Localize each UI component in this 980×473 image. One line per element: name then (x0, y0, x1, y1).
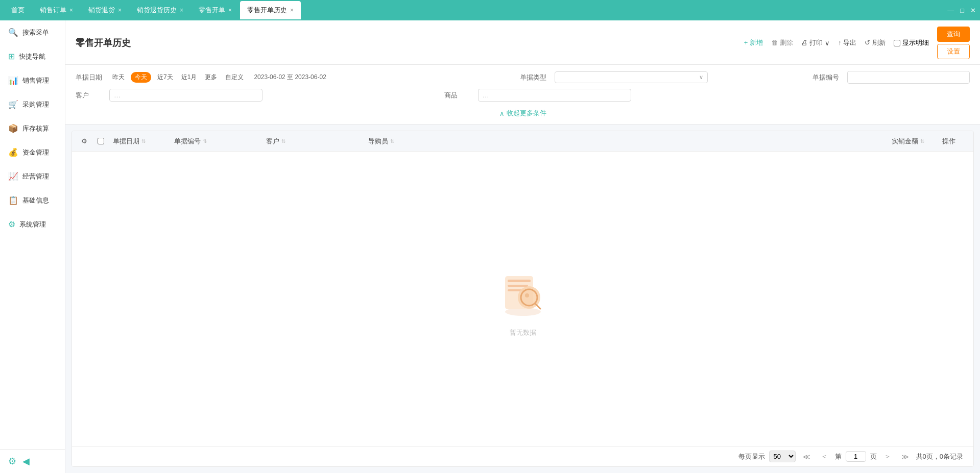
maximize-button[interactable]: □ (960, 7, 964, 14)
th-amount-label: 实销金额 (892, 137, 918, 146)
sidebar-item-system-label: 系统管理 (19, 220, 46, 229)
shortcut-7days[interactable]: 近7天 (155, 72, 175, 83)
empty-illustration (492, 261, 554, 322)
sidebar-item-basic[interactable]: 📋 基础信息 (0, 188, 65, 212)
basic-icon: 📋 (8, 195, 18, 205)
page-size-select[interactable]: 50 10 20 100 (769, 451, 796, 462)
refresh-button[interactable]: ↺ 刷新 (865, 38, 886, 47)
page-size-label: 每页显示 (738, 452, 765, 461)
sidebar-item-purchase[interactable]: 🛒 采购管理 (0, 92, 65, 116)
page-header: 零售开单历史 + 新增 🗑 删除 🖨 打印 ∨ ↑ 导出 ↺ 刷新 显示明细 (65, 20, 980, 65)
prev-page-button[interactable]: ＜ (818, 451, 831, 462)
svg-rect-2 (508, 280, 531, 282)
display-detail-toggle[interactable]: 显示明细 (894, 38, 929, 47)
top-bar: 首页 销售订单 × 销货退货 × 销货退货历史 × 零售开单 × 零售开单历史 … (0, 0, 980, 20)
date-range-display: 2023-06-02 至 2023-06-02 (254, 73, 326, 82)
shortcut-today[interactable]: 今天 (131, 72, 151, 83)
tab-sales-order-label: 销售订单 (40, 6, 66, 15)
tab-retail-open[interactable]: 零售开单 × (192, 1, 239, 19)
search-icon: 🔍 (8, 28, 18, 37)
page-title-row: 零售开单历史 + 新增 🗑 删除 🖨 打印 ∨ ↑ 导出 ↺ 刷新 显示明细 (76, 27, 970, 64)
setting-button[interactable]: 设置 (937, 44, 970, 59)
sidebar-item-operation[interactable]: 📈 经营管理 (0, 164, 65, 188)
tab-retail-open-close[interactable]: × (228, 7, 232, 14)
th-salesperson[interactable]: 导购员 ⇅ (364, 137, 425, 146)
window-controls: — □ ✕ (947, 7, 976, 14)
sidebar-item-quick-nav[interactable]: ⊞ 快捷导航 (0, 44, 65, 68)
sidebar-item-operation-label: 经营管理 (22, 172, 49, 181)
shortcut-more[interactable]: 更多 (203, 72, 219, 83)
query-setting-buttons: 查询 设置 (937, 27, 970, 59)
tab-sales-order-close[interactable]: × (69, 7, 73, 14)
print-label: 🖨 打印 (801, 38, 823, 47)
minimize-button[interactable]: — (947, 7, 954, 14)
first-page-button[interactable]: ≪ (800, 452, 814, 462)
next-page-button[interactable]: ＞ (881, 451, 894, 462)
doc-no-label: 单据编号 (812, 73, 839, 82)
th-date[interactable]: 单据日期 ⇅ (109, 137, 170, 146)
print-arrow-icon: ∨ (825, 39, 830, 47)
th-amount[interactable]: 实销金额 ⇅ (877, 137, 928, 146)
shortcut-yesterday[interactable]: 昨天 (110, 72, 127, 83)
settings-gear-icon[interactable]: ⚙ (8, 456, 16, 467)
collapse-label: 收起更多条件 (507, 109, 546, 118)
system-icon: ⚙ (8, 219, 15, 229)
shortcut-1month[interactable]: 近1月 (179, 72, 199, 83)
sidebar-item-search-label: 搜索采单 (22, 28, 49, 37)
date-shortcuts: 昨天 今天 近7天 近1月 更多 自定义 (110, 72, 246, 83)
collapse-more-btn[interactable]: ∧ 收起更多条件 (76, 107, 970, 118)
sidebar-item-sales-label: 销售管理 (22, 76, 49, 85)
svg-rect-3 (508, 285, 528, 287)
th-no-label: 单据编号 (174, 137, 201, 146)
product-placeholder: … (483, 91, 489, 99)
th-no[interactable]: 单据编号 ⇅ (170, 137, 262, 146)
export-button[interactable]: ↑ 导出 (838, 38, 856, 47)
tab-retail-history-close[interactable]: × (290, 7, 294, 14)
table-settings-icon[interactable]: ⚙ (76, 137, 92, 145)
shortcut-custom[interactable]: 自定义 (223, 72, 246, 83)
th-salesperson-sort-icon: ⇅ (390, 138, 394, 144)
sidebar-item-search[interactable]: 🔍 搜索采单 (0, 20, 65, 44)
product-input[interactable]: … (478, 89, 631, 102)
last-page-button[interactable]: ≫ (898, 452, 912, 462)
sidebar-item-sales[interactable]: 📊 销售管理 (0, 68, 65, 92)
inventory-icon: 📦 (8, 123, 18, 133)
sidebar-item-finance[interactable]: 💰 资金管理 (0, 140, 65, 164)
tab-sales-return-close[interactable]: × (118, 7, 122, 14)
th-customer-label: 客户 (266, 137, 279, 146)
table-body-empty: 暂无数据 (72, 152, 973, 446)
tab-sales-return[interactable]: 销货退货 × (81, 1, 129, 19)
purchase-icon: 🛒 (8, 99, 18, 109)
tab-list: 首页 销售订单 × 销货退货 × 销货退货历史 × 零售开单 × 零售开单历史 … (4, 1, 947, 19)
display-detail-checkbox[interactable] (894, 40, 900, 46)
customer-input[interactable]: … (109, 89, 262, 102)
collapse-sidebar-icon[interactable]: ◀ (22, 456, 30, 467)
tab-sales-order[interactable]: 销售订单 × (33, 1, 80, 19)
sidebar-item-finance-label: 资金管理 (22, 148, 49, 157)
delete-button[interactable]: 🗑 删除 (771, 38, 793, 47)
select-all-checkbox[interactable] (98, 138, 104, 144)
sidebar-item-inventory[interactable]: 📦 库存核算 (0, 116, 65, 140)
doc-type-select[interactable]: ∨ (555, 71, 708, 83)
operation-icon: 📈 (8, 171, 18, 181)
page-word2: 页 (870, 452, 877, 461)
new-button[interactable]: + 新增 (744, 38, 763, 47)
doc-no-input[interactable] (847, 71, 970, 84)
table-select-all[interactable] (92, 138, 109, 144)
filter-row-1: 单据日期 昨天 今天 近7天 近1月 更多 自定义 2023-06-02 至 2… (76, 71, 970, 84)
sidebar-item-system[interactable]: ⚙ 系统管理 (0, 212, 65, 236)
empty-text: 暂无数据 (510, 328, 536, 337)
page-number-input[interactable] (846, 451, 866, 462)
tab-retail-history[interactable]: 零售开单历史 × (240, 1, 301, 19)
query-button[interactable]: 查询 (937, 27, 970, 42)
tab-sales-return-history[interactable]: 销货退货历史 × (130, 1, 190, 19)
content-area: 零售开单历史 + 新增 🗑 删除 🖨 打印 ∨ ↑ 导出 ↺ 刷新 显示明细 (65, 20, 980, 473)
tab-retail-open-label: 零售开单 (199, 6, 225, 15)
date-filter-label: 单据日期 (76, 73, 102, 82)
tab-sales-return-history-close[interactable]: × (180, 7, 183, 14)
print-button[interactable]: 🖨 打印 ∨ (801, 38, 830, 47)
tab-home[interactable]: 首页 (4, 1, 32, 19)
close-button[interactable]: ✕ (970, 7, 976, 14)
th-customer[interactable]: 客户 ⇅ (262, 137, 364, 146)
sales-icon: 📊 (8, 76, 18, 85)
